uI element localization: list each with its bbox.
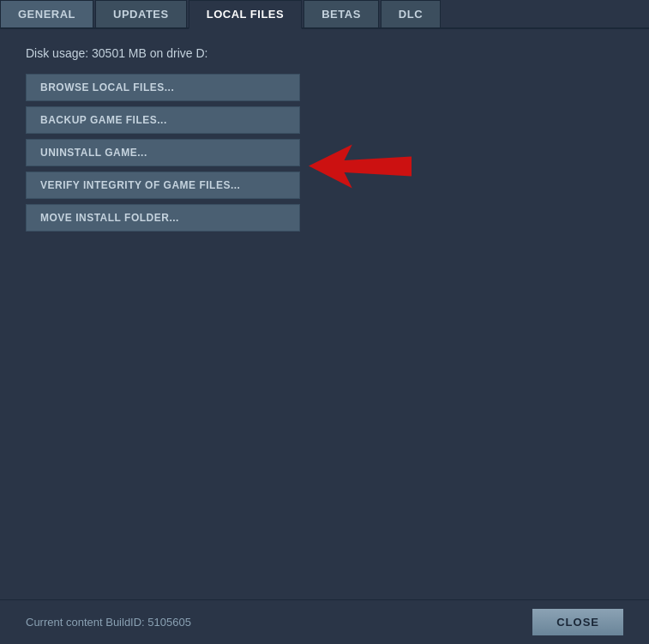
arrow-annotation [309,141,412,192]
tab-updates[interactable]: UPDATES [95,0,187,27]
tab-dlc[interactable]: DLC [381,0,441,27]
tab-local-files[interactable]: LOCAL FILES [189,0,302,29]
backup-game-files-button[interactable]: BACKUP GAME FILES... [26,106,300,134]
close-button[interactable]: CLOSE [532,609,623,635]
move-install-folder-button[interactable]: MOVE INSTALL FOLDER... [26,204,300,232]
svg-marker-0 [309,145,412,189]
tab-bar: GENERAL UPDATES LOCAL FILES BETAS DLC [0,0,649,29]
tab-general[interactable]: GENERAL [0,0,93,27]
build-id-label: Current content BuildID: 5105605 [26,616,191,629]
main-content: Disk usage: 30501 MB on drive D: BROWSE … [0,29,649,599]
footer: Current content BuildID: 5105605 CLOSE [0,599,649,644]
tab-betas[interactable]: BETAS [303,0,379,27]
disk-usage-label: Disk usage: 30501 MB on drive D: [26,46,623,60]
browse-local-files-button[interactable]: BROWSE LOCAL FILES... [26,74,300,101]
action-buttons-section: BROWSE LOCAL FILES... BACKUP GAME FILES.… [26,74,300,232]
verify-integrity-button[interactable]: VERIFY INTEGRITY OF GAME FILES... [26,172,300,199]
steam-properties-window: GENERAL UPDATES LOCAL FILES BETAS DLC Di… [0,0,649,644]
uninstall-game-button[interactable]: UNINSTALL GAME... [26,139,300,166]
